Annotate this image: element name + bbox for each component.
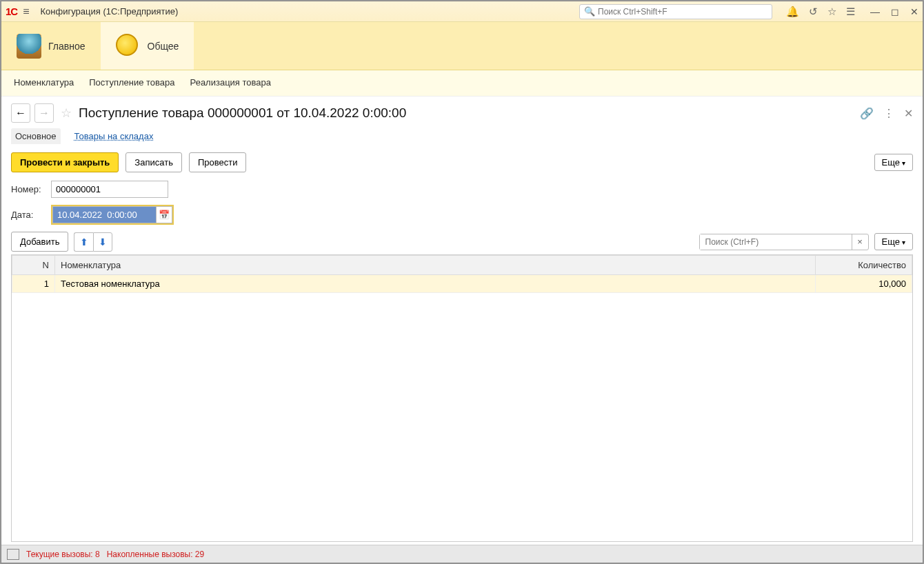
filter-icon[interactable]: ☰ [846,6,855,18]
nav-forward-button[interactable]: → [34,103,54,123]
kebab-icon[interactable]: ⋮ [883,107,894,120]
menu-icon[interactable]: ≡ [23,6,29,18]
clear-search-icon[interactable]: × [852,234,868,250]
cell-n: 1 [12,275,55,293]
page-header: ← → ☆ Поступление товара 000000001 от 10… [11,103,913,123]
table-search-input[interactable] [700,234,852,250]
subtab-main[interactable]: Основное [11,128,61,144]
search-icon: 🔍 [584,6,595,17]
table[interactable]: N Номенклатура Количество 1 Тестовая ном… [11,254,913,542]
chevron-down-icon: ▾ [902,159,905,167]
statusbar: Текущие вызовы: 8 Накопленные вызовы: 29 [1,545,923,563]
global-search-input[interactable] [598,7,767,17]
close-icon[interactable]: ✕ [910,6,918,17]
app-title: Конфигурация (1С:Предприятие) [41,6,179,17]
page-title: Поступление товара 000000001 от 10.04.20… [79,105,406,121]
save-button[interactable]: Записать [125,152,182,172]
date-label: Дата: [11,210,46,220]
post-button[interactable]: Провести [189,152,247,172]
move-down-button[interactable]: ⬇ [93,232,112,252]
move-up-button[interactable]: ⬆ [74,232,93,252]
lamp-icon [17,34,41,59]
date-row: Дата: 📅 [11,205,913,225]
section-label: Общее [148,41,179,52]
nav-back-button[interactable]: ← [11,103,30,123]
minimize-icon[interactable]: — [870,6,880,17]
cell-nomen: Тестовая номенклатура [55,275,816,293]
history-icon[interactable]: ↺ [809,6,818,18]
star-icon[interactable]: ☆ [827,6,836,18]
col-header-nomen[interactable]: Номенклатура [55,256,816,275]
global-search[interactable]: 🔍 [579,4,772,19]
col-header-qty[interactable]: Количество [816,256,912,275]
add-button[interactable]: Добавить [11,232,68,252]
more-button[interactable]: Еще▾ [874,154,913,171]
maximize-icon[interactable]: ◻ [891,6,899,17]
subnav-receipt[interactable]: Поступление товара [89,77,174,88]
table-more-button[interactable]: Еще▾ [874,233,913,250]
section-tab-main[interactable]: Главное [1,22,101,70]
number-label: Номер: [11,184,46,194]
post-and-close-button[interactable]: Провести и закрыть [11,152,119,172]
page-close-icon[interactable]: ✕ [904,107,913,120]
col-header-n[interactable]: N [12,256,55,275]
subnav-nomenclature[interactable]: Номенклатура [14,77,74,88]
status-current-calls: Текущие вызовы: 8 [26,550,100,559]
cell-qty: 10,000 [816,275,912,293]
section-label: Главное [48,41,86,52]
section-bar: Главное Общее [1,22,923,70]
table-toolbar: Добавить ⬆ ⬇ × Еще▾ [11,232,913,252]
number-input[interactable] [51,181,168,198]
subnav: Номенклатура Поступление товара Реализац… [1,70,923,97]
chevron-down-icon: ▾ [902,239,905,246]
coin-icon [116,34,138,56]
favorite-icon[interactable]: ☆ [61,105,72,121]
action-row: Провести и закрыть Записать Провести Еще… [11,152,913,172]
bell-icon[interactable]: 🔔 [786,6,799,18]
table-row[interactable]: 1 Тестовая номенклатура 10,000 [12,275,912,293]
subnav-sale[interactable]: Реализация товара [190,77,271,88]
status-window-icon[interactable] [7,549,19,560]
link-icon[interactable]: 🔗 [860,107,874,120]
section-tab-common[interactable]: Общее [101,22,194,70]
app-logo: 1C [6,6,17,17]
status-accum-calls: Накопленные вызовы: 29 [107,550,205,559]
subtabs: Основное Товары на складах [11,128,913,144]
table-search[interactable]: × [699,234,869,250]
number-row: Номер: [11,181,913,198]
calendar-icon[interactable]: 📅 [156,206,172,223]
titlebar: 1C ≡ Конфигурация (1С:Предприятие) 🔍 🔔 ↺… [1,1,923,22]
date-input[interactable] [52,206,156,223]
subtab-stock[interactable]: Товары на складах [70,128,158,144]
